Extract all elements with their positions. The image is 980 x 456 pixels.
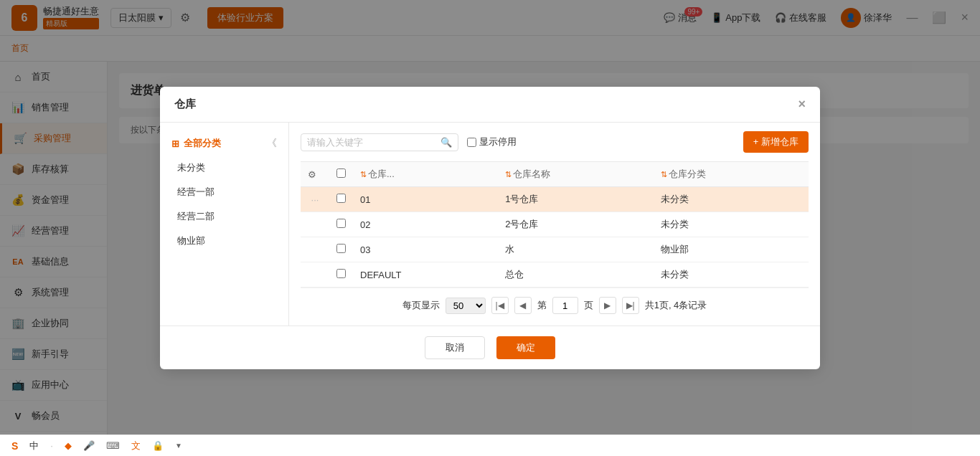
- search-wrap: 🔍: [301, 133, 458, 151]
- grid-icon: ⊞: [171, 138, 179, 149]
- col-header-category: ⇅仓库分类: [654, 162, 809, 187]
- search-icon: 🔍: [440, 137, 452, 148]
- cancel-btn[interactable]: 取消: [425, 336, 485, 359]
- col-header-check: [329, 162, 353, 187]
- mic-icon[interactable]: 🎤: [83, 440, 95, 451]
- separator-dot: ·: [50, 440, 53, 451]
- row-gear-4: [301, 262, 329, 288]
- row-code-2: 02: [353, 212, 498, 237]
- keyboard-icon[interactable]: ⌨: [106, 440, 120, 451]
- row-category-2: 未分类: [654, 212, 809, 237]
- row-name-3: 水: [498, 237, 653, 262]
- row-check-1: [329, 187, 353, 212]
- table-body: ··· 01 1号仓库 未分类 02 2号仓库: [301, 187, 809, 288]
- lock-icon[interactable]: 🔒: [152, 440, 164, 451]
- bottom-bar: S 中 · ◆ 🎤 ⌨ 文 🔒 ▼: [0, 434, 980, 456]
- tree-all-categories: ⊞ 全部分类: [171, 137, 221, 150]
- sort-icon-name: ⇅: [505, 170, 512, 179]
- row-code-1: 01: [353, 187, 498, 212]
- page-first-btn[interactable]: |◀: [491, 297, 509, 314]
- modal-footer: 取消 确定: [160, 326, 820, 369]
- row-code-3: 03: [353, 237, 498, 262]
- sort-icon-code: ⇅: [360, 170, 367, 179]
- tree-item-property[interactable]: 物业部: [160, 229, 288, 253]
- modal-close-btn[interactable]: ×: [798, 97, 806, 112]
- s-logo-bottom: S: [11, 440, 18, 452]
- row-name-4: 总仓: [498, 262, 653, 288]
- row-checkbox-2[interactable]: [336, 219, 346, 228]
- tree-item-ops2[interactable]: 经营二部: [160, 204, 288, 229]
- row-checkbox-4[interactable]: [336, 269, 346, 278]
- sort-icon-category: ⇅: [661, 170, 667, 179]
- total-info: 共1页, 4条记录: [645, 299, 707, 312]
- page-last-btn[interactable]: ▶|: [622, 297, 639, 314]
- row-check-2: [329, 212, 353, 237]
- table-row[interactable]: 03 水 物业部: [301, 237, 809, 262]
- table-row[interactable]: 02 2号仓库 未分类: [301, 212, 809, 237]
- row-check-3: [329, 237, 353, 262]
- tree-item-ops1[interactable]: 经营一部: [160, 180, 288, 204]
- add-warehouse-btn[interactable]: + 新增仓库: [743, 131, 809, 153]
- table-row[interactable]: ··· 01 1号仓库 未分类: [301, 187, 809, 212]
- page-label: 页: [584, 299, 593, 312]
- row-category-1: 未分类: [654, 187, 809, 212]
- tree-collapse-icon[interactable]: 《: [267, 137, 277, 150]
- table-area: 🔍 显示停用 + 新增仓库 ⚙: [289, 123, 820, 326]
- tree-all-label: 全部分类: [184, 137, 221, 150]
- arrow-down-icon[interactable]: ▼: [175, 442, 182, 450]
- warehouse-table: ⚙ ⇅仓库... ⇅仓库名称: [301, 161, 809, 288]
- modal-overlay: 仓库 × ⊞ 全部分类 《 未分类 经营一部 经营二部 物业部: [0, 0, 980, 456]
- tree-header[interactable]: ⊞ 全部分类 《: [160, 131, 288, 156]
- chinese-input-icon[interactable]: 中: [29, 440, 39, 452]
- settings-icon: ⚙: [308, 169, 316, 180]
- confirm-btn[interactable]: 确定: [496, 336, 555, 359]
- row-gear: ···: [301, 187, 329, 212]
- row-name-2: 2号仓库: [498, 212, 653, 237]
- modal-header: 仓库 ×: [160, 87, 820, 123]
- select-all-checkbox[interactable]: [336, 168, 346, 178]
- font-icon[interactable]: 文: [131, 440, 141, 452]
- show-disabled-label[interactable]: 显示停用: [467, 136, 517, 148]
- modal-title: 仓库: [174, 98, 196, 111]
- tree-item-uncategorized[interactable]: 未分类: [160, 156, 288, 180]
- row-gear-2: [301, 212, 329, 237]
- col-header-name: ⇅仓库名称: [498, 162, 653, 187]
- row-category-3: 物业部: [654, 237, 809, 262]
- table-header-row: ⚙ ⇅仓库... ⇅仓库名称: [301, 162, 809, 187]
- page-next-btn[interactable]: ▶: [599, 297, 616, 314]
- row-code-4: DEFAULT: [353, 262, 498, 288]
- page-prev-btn[interactable]: ◀: [514, 297, 532, 314]
- search-input[interactable]: [307, 137, 436, 148]
- table-row[interactable]: DEFAULT 总仓 未分类: [301, 262, 809, 288]
- show-disabled-text: 显示停用: [479, 136, 517, 148]
- row-category-4: 未分类: [654, 262, 809, 288]
- per-page-label: 每页显示: [402, 299, 440, 312]
- row-name-1: 1号仓库: [498, 187, 653, 212]
- diamond-icon[interactable]: ◆: [65, 440, 72, 451]
- col-header-gear: ⚙: [301, 162, 329, 187]
- col-header-code: ⇅仓库...: [353, 162, 498, 187]
- per-page-select[interactable]: 50 100: [446, 298, 486, 314]
- table-container: ⚙ ⇅仓库... ⇅仓库名称: [301, 161, 809, 288]
- show-disabled-checkbox[interactable]: [467, 138, 476, 147]
- ellipsis-icon[interactable]: ···: [311, 194, 319, 205]
- row-checkbox-3[interactable]: [336, 244, 346, 253]
- category-tree: ⊞ 全部分类 《 未分类 经营一部 经营二部 物业部: [160, 123, 289, 326]
- pagination: 每页显示 50 100 |◀ ◀ 第 页 ▶ ▶| 共1页, 4条记录: [301, 288, 809, 317]
- row-check-4: [329, 262, 353, 288]
- row-gear-3: [301, 237, 329, 262]
- table-head: ⚙ ⇅仓库... ⇅仓库名称: [301, 162, 809, 187]
- row-checkbox-1[interactable]: [336, 194, 346, 203]
- page-input[interactable]: [552, 297, 578, 314]
- modal-body: ⊞ 全部分类 《 未分类 经营一部 经营二部 物业部 🔍: [160, 123, 820, 326]
- warehouse-modal: 仓库 × ⊞ 全部分类 《 未分类 经营一部 经营二部 物业部: [160, 87, 820, 369]
- page-of-label: 第: [537, 299, 547, 312]
- table-toolbar: 🔍 显示停用 + 新增仓库: [301, 131, 809, 153]
